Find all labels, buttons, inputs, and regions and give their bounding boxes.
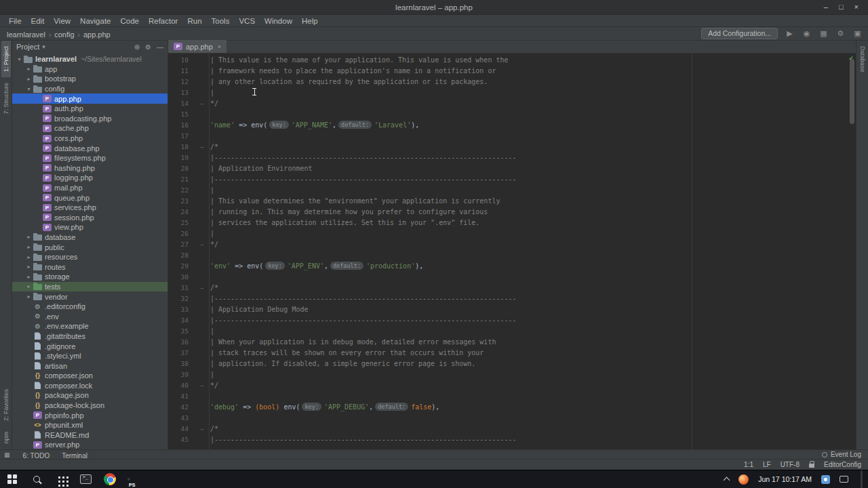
encoding-indicator[interactable]: UTF-8 [781,461,800,468]
tool-window-button-6-todo[interactable]: 6: TODO [17,452,56,460]
phpstorm-taskbar-icon[interactable] [127,478,130,481]
fold-marker-icon[interactable]: − [194,98,210,109]
tree-item-learnlaravel[interactable]: ▾learnlaravel~/Sites/learnlaravel [12,54,167,64]
tool-window-button-terminal[interactable]: Terminal [56,452,94,460]
tree-item-phpinfo-php[interactable]: phpinfo.php [12,410,167,420]
chevron-closed-icon[interactable]: ▸ [24,76,33,82]
tree-item-env[interactable]: .env [12,311,167,321]
fold-marker-icon[interactable]: − [194,424,210,434]
event-log-button[interactable]: Event Log [822,451,864,458]
menu-refactor[interactable]: Refactor [144,15,182,27]
coverage-icon[interactable]: ▦ [818,29,829,38]
menu-tools[interactable]: Tools [207,15,235,27]
locate-file-icon[interactable]: ⊕ [134,43,140,51]
tree-item-tests[interactable]: ▸tests [12,282,167,292]
tool-stripe-database[interactable]: Database [858,41,867,78]
inspection-ok-icon[interactable]: ✔ [848,55,854,62]
line-separator-indicator[interactable]: LF [763,461,771,468]
menu-vcs[interactable]: VCS [234,15,260,27]
tree-item-composer-json[interactable]: composer.json [12,371,167,381]
close-icon[interactable]: × [218,43,221,50]
tray-expand-icon[interactable] [724,477,730,484]
tree-item-logging-php[interactable]: logging.php [12,173,167,183]
chevron-closed-icon[interactable]: ▸ [24,234,33,240]
fold-marker-icon[interactable]: − [194,283,210,293]
fold-marker-icon[interactable]: − [194,380,210,391]
network-tray-icon[interactable] [821,475,830,484]
tree-item-styleci-yml[interactable]: .styleci.yml [12,351,167,361]
chevron-closed-icon[interactable]: ▸ [24,244,33,250]
settings-gear-icon[interactable]: ⚙ [835,29,846,38]
tree-item-env-example[interactable]: .env.example [12,321,167,331]
menu-code[interactable]: Code [115,15,144,27]
tree-item-filesystems-php[interactable]: filesystems.php [12,153,167,163]
tree-item-app-php[interactable]: app.php [12,94,167,104]
firefox-tray-icon[interactable] [738,474,749,485]
chevron-closed-icon[interactable]: ▸ [24,283,33,289]
tree-item-gitignore[interactable]: .gitignore [12,341,167,351]
menu-navigate[interactable]: Navigate [75,15,115,27]
lock-icon[interactable] [809,464,814,468]
terminal-icon[interactable] [79,472,92,486]
editorconfig-indicator[interactable]: EditorConfig [824,461,861,468]
tree-item-package-json[interactable]: package.json [12,390,167,401]
tool-window-switcher-icon[interactable]: ▦ [4,451,10,458]
tree-item-database-php[interactable]: database.php [12,143,167,153]
tool-stripe-npm[interactable]: npm [1,426,11,449]
tree-item-cors-php[interactable]: cors.php [12,134,167,144]
tree-item-view-php[interactable]: view.php [12,222,167,232]
chevron-closed-icon[interactable]: ▸ [24,274,33,280]
tree-item-app[interactable]: ▸app [12,64,167,75]
tree-item-storage[interactable]: ▸storage [12,272,167,282]
gear-icon[interactable]: ⚙ [145,43,151,51]
minimize-icon[interactable]: – [824,3,828,11]
search-icon[interactable] [30,472,43,486]
tree-item-editorconfig[interactable]: .editorconfig [12,302,167,312]
chevron-open-icon[interactable]: ▾ [15,56,24,62]
menu-file[interactable]: File [4,15,26,27]
tool-stripe-7-structure[interactable]: 7: Structure [1,77,11,120]
start-menu-icon[interactable] [5,472,19,486]
tree-item-session-php[interactable]: session.php [12,213,167,223]
tree-item-gitattributes[interactable]: .gitattributes [12,331,167,342]
maximize-icon[interactable]: □ [839,3,844,11]
keyboard-tray-icon[interactable] [840,476,848,483]
tree-item-phpunit-xml[interactable]: phpunit.xml [12,420,167,430]
taskbar-clock[interactable]: Jun 17 10:17 AM [758,475,812,483]
fold-marker-icon[interactable]: − [194,142,210,152]
chevron-open-icon[interactable]: ▾ [24,86,33,92]
tree-item-cache-php[interactable]: cache.php [12,123,167,134]
menu-view[interactable]: View [49,15,75,27]
breadcrumb-app-php[interactable]: app.php [82,30,112,39]
editor-scrollbar[interactable] [850,59,854,124]
show-desktop-button[interactable] [861,470,863,488]
tree-item-public[interactable]: ▸public [12,242,167,252]
tree-item-database[interactable]: ▸database [12,232,167,243]
hide-panel-icon[interactable]: — [157,43,163,51]
task-view-icon[interactable] [54,472,68,486]
chevron-closed-icon[interactable]: ▸ [24,66,33,72]
tree-item-auth-php[interactable]: auth.php [12,104,167,114]
tree-item-services-php[interactable]: services.php [12,203,167,213]
tool-stripe-1-project[interactable]: 1: Project [1,41,11,77]
run-icon[interactable]: ▶ [785,29,795,38]
project-panel-title[interactable]: Project [16,43,39,51]
tree-item-vendor[interactable]: ▸vendor [12,291,167,302]
add-configuration-button[interactable]: Add Configuration... [701,28,778,39]
tree-item-composer-lock[interactable]: composer.lock [12,381,167,391]
code-editor[interactable]: 10| This value is the name of your appli… [168,54,856,449]
fold-marker-icon[interactable]: − [194,239,210,250]
breadcrumb-learnlaravel[interactable]: learnlaravel [5,30,47,39]
caret-position[interactable]: 1:1 [744,461,753,468]
tree-item-artisan[interactable]: artisan [12,361,167,371]
tree-item-package-lock-json[interactable]: package-lock.json [12,401,167,411]
tree-item-config[interactable]: ▾config [12,84,167,94]
tree-item-bootstrap[interactable]: ▸bootstrap [12,74,167,84]
tree-item-resources[interactable]: ▸resources [12,252,167,262]
menu-window[interactable]: Window [260,15,297,27]
menu-edit[interactable]: Edit [26,15,50,27]
tool-stripe-2-favorites[interactable]: 2: Favorites [1,384,11,426]
menu-help[interactable]: Help [297,15,323,27]
close-icon[interactable]: × [854,3,859,11]
tree-item-readme-md[interactable]: README.md [12,430,167,441]
